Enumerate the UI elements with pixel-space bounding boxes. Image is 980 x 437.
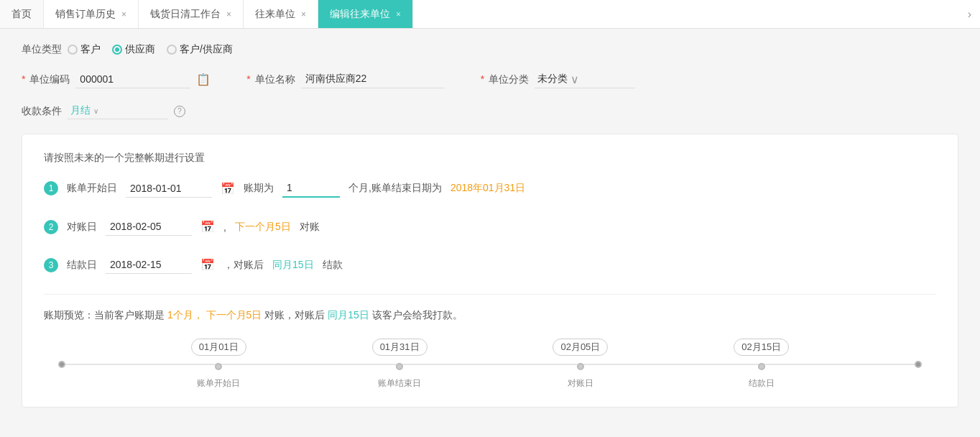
radio-supplier-label: 供应商: [125, 43, 155, 56]
tab-sales-history-label: 销售订单历史: [55, 8, 116, 21]
timeline-label-1: 账单开始日: [197, 377, 240, 390]
timeline-node-1: 01月01日 账单开始日: [191, 339, 246, 390]
timeline-dot-2: [396, 363, 403, 370]
timeline-left-end: [58, 361, 65, 368]
tab-partner[interactable]: 往来单位 ×: [244, 0, 318, 28]
timeline-node-3: 02月05日 对账日: [553, 339, 608, 390]
step-1-label: 账单开始日: [67, 182, 117, 195]
radio-both-circle: [167, 45, 177, 55]
step-2-label: 对账日: [67, 221, 97, 234]
tab-home[interactable]: 首页: [0, 0, 44, 28]
unit-category-dropdown-icon: ∨: [570, 73, 579, 86]
radio-customer-circle: [68, 45, 78, 55]
preview-part3: 同月15日: [328, 309, 369, 321]
req-star-code: *: [22, 73, 25, 85]
tab-cash-work-label: 钱货日清工作台: [150, 8, 221, 21]
radio-both-label: 客户/供应商: [180, 43, 233, 56]
timeline-label-2: 账单结束日: [378, 377, 421, 390]
unit-name-group: * 单位名称: [246, 70, 444, 88]
unit-category-label: * 单位分类: [481, 73, 529, 86]
unit-name-input[interactable]: [301, 70, 445, 88]
unit-category-select[interactable]: 未分类 ∨: [535, 71, 635, 88]
step-3-label: 结款日: [67, 259, 97, 272]
timeline-node-2: 01月31日 账单结束日: [372, 339, 427, 390]
radio-supplier[interactable]: 供应商: [112, 43, 155, 56]
step-1-end-date: 2018年01月31日: [450, 182, 525, 195]
step-3-prefix: ，对账后: [223, 259, 264, 272]
radio-group: 客户 供应商 客户/供应商: [68, 43, 233, 56]
timeline-right-end: [915, 361, 922, 368]
tab-partner-close[interactable]: ×: [301, 9, 306, 19]
step-1-row: 1 账单开始日 📅 账期为 个月,账单结束日期为 2018年01月31日: [44, 179, 936, 198]
step-3-num: 3: [44, 258, 58, 272]
tab-home-label: 首页: [11, 8, 32, 21]
timeline-label-3: 对账日: [568, 377, 593, 390]
payment-group: 收款条件 月结 ∨ ?: [22, 103, 185, 119]
step-3-highlight: 同月15日: [272, 259, 314, 272]
tab-partner-label: 往来单位: [255, 8, 295, 21]
tab-edit-partner-close[interactable]: ×: [396, 9, 401, 19]
step-1-prefix: 账期为: [244, 182, 274, 195]
unit-category-value: 未分类: [537, 73, 568, 86]
tab-cash-work[interactable]: 钱货日清工作台 ×: [139, 0, 244, 28]
step-2-cal-icon[interactable]: 📅: [200, 220, 215, 234]
step-1-suffix: 个月,账单结束日期为: [348, 182, 442, 195]
payment-select[interactable]: 月结 ∨: [68, 103, 168, 119]
main-content: 单位类型 客户 供应商 客户/供应商 * 单位编码: [0, 29, 980, 422]
step-1-num: 1: [44, 181, 58, 196]
step-2-highlight: 下一个月5日: [235, 221, 291, 234]
payment-label: 收款条件: [22, 105, 62, 118]
unit-code-input[interactable]: [75, 70, 190, 88]
preview-mid: 对账，对账后: [264, 309, 325, 321]
preview-part1: 1个月，: [167, 309, 203, 321]
tab-sales-history[interactable]: 销售订单历史 ×: [44, 0, 139, 28]
tab-expand-button[interactable]: ›: [959, 0, 980, 28]
payment-chevron-icon: ∨: [93, 107, 98, 115]
unit-name-label: * 单位名称: [246, 73, 295, 86]
help-icon[interactable]: ?: [174, 106, 185, 117]
req-star-name: *: [246, 73, 250, 85]
unit-type-group: 单位类型 客户 供应商 客户/供应商: [22, 43, 233, 56]
unit-type-row: 单位类型 客户 供应商 客户/供应商: [22, 43, 958, 56]
radio-both[interactable]: 客户/供应商: [167, 43, 233, 56]
step-2-prefix: ,: [223, 221, 226, 233]
card-title: 请按照未来的一个完整帐期进行设置: [44, 152, 936, 165]
timeline-dot-3: [577, 363, 584, 370]
preview-suffix: 该客户会给我打款。: [372, 309, 463, 321]
tab-edit-partner[interactable]: 编辑往来单位 ×: [318, 0, 413, 28]
step-2-num: 2: [44, 220, 58, 234]
timeline-node-4: 02月15日 结款日: [734, 339, 789, 390]
step-2-suffix: 对账: [300, 221, 320, 234]
timeline-label-4: 结款日: [749, 377, 775, 390]
step-2-date-input[interactable]: [106, 218, 192, 236]
radio-customer[interactable]: 客户: [68, 43, 101, 56]
unit-type-label: 单位类型: [22, 43, 62, 56]
step-2-row: 2 对账日 📅 , 下一个月5日 对账: [44, 218, 936, 236]
preview-part2: 下一个月5日: [206, 309, 262, 321]
tab-cash-work-close[interactable]: ×: [226, 9, 231, 19]
step-3-row: 3 结款日 📅 ，对账后 同月15日 结款: [44, 256, 936, 274]
timeline-dot-4: [758, 363, 765, 370]
radio-customer-label: 客户: [80, 43, 101, 56]
tab-sales-history-close[interactable]: ×: [121, 9, 126, 19]
preview-text: 账期预览：当前客户账期是 1个月， 下一个月5日 对账，对账后 同月15日 该客…: [44, 306, 936, 324]
tab-bar: 首页 销售订单历史 × 钱货日清工作台 × 往来单位 × 编辑往来单位 × ›: [0, 0, 980, 29]
period-input[interactable]: [282, 179, 340, 198]
req-star-cat: *: [481, 73, 484, 85]
payment-value: 月结: [70, 104, 91, 117]
timeline-line: [58, 364, 922, 364]
step-3-cal-icon[interactable]: 📅: [200, 258, 215, 272]
preview-prefix: 账期预览：当前客户账期是: [44, 309, 165, 321]
timeline-dot-1: [215, 363, 222, 370]
timeline: 01月01日 账单开始日 01月31日 账单结束日 02月05日 对账日 02月…: [44, 339, 936, 390]
card-divider: [44, 294, 936, 295]
radio-supplier-circle: [112, 45, 122, 55]
unit-code-icon[interactable]: 📋: [196, 73, 211, 86]
step-1-cal-icon[interactable]: 📅: [221, 182, 235, 196]
settings-card: 请按照未来的一个完整帐期进行设置 1 账单开始日 📅 账期为 个月,账单结束日期…: [22, 134, 958, 408]
timeline-date-3: 02月05日: [553, 339, 608, 356]
step-3-date-input[interactable]: [106, 256, 192, 274]
tab-edit-partner-label: 编辑往来单位: [330, 8, 390, 21]
unit-info-row: * 单位编码 📋 * 单位名称 * 单位分类 未分类 ∨: [22, 70, 958, 88]
step-1-date-input[interactable]: [126, 180, 212, 198]
